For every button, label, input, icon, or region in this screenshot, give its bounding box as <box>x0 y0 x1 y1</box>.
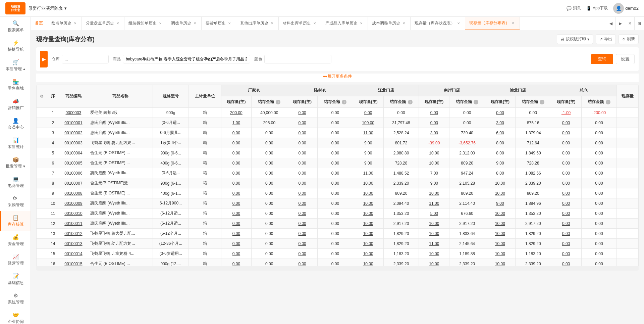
table-row: 8 00100007 合生元(BIOSTIME)派... 900g (6-1..… <box>37 178 639 188</box>
tab-prev-btn[interactable]: ◀ <box>606 17 616 30</box>
row-spec: (0-6月适... <box>153 168 189 178</box>
sidebar-item-retail-stats[interactable]: 📊 零售统计 <box>0 134 31 153</box>
system-icon: ⚙ <box>2 292 29 299</box>
info-icon[interactable]: i <box>342 100 346 104</box>
row-w2-qty: 0.00 <box>287 229 318 239</box>
sidebar-item-inventory[interactable]: 📋 库存核算 <box>0 211 31 231</box>
sidebar-item-marketing[interactable]: 📣 营销推广 <box>0 95 31 114</box>
tab-stock-dist[interactable]: 现存量（库存分布表） ✕ <box>465 17 520 30</box>
row-w3-qty: 10.00 <box>353 229 383 239</box>
tab-portion-check[interactable]: 分量盘点单历史 ✕ <box>82 17 124 30</box>
row-w3-qty: 0.00 <box>353 108 383 118</box>
tab-close-icon[interactable]: ✕ <box>511 21 516 26</box>
tab-close-icon[interactable]: ✕ <box>227 21 232 26</box>
sidebar-item-search[interactable]: 🔍 搜索英单 <box>0 17 31 36</box>
search-icon: 🔍 <box>2 20 29 27</box>
sidebar-item-mall[interactable]: 🏪 零售商城 <box>0 75 31 95</box>
row-w5-qty: 9.00 <box>485 158 516 168</box>
info-icon[interactable]: i <box>540 100 544 104</box>
tab-transfer[interactable]: 调拨单历史 ✕ <box>167 17 202 30</box>
tab-cost-adjust[interactable]: 成本调整单历史 ✕ <box>368 17 411 30</box>
row-code: 00100011 <box>59 219 88 229</box>
refresh-label: 刷新 <box>627 36 635 42</box>
tab-close-icon[interactable]: ✕ <box>115 21 120 26</box>
row-w3-val: 2,339.20 <box>383 178 419 188</box>
info-icon[interactable]: i <box>276 100 280 104</box>
sidebar-item-wholesale[interactable]: 📦 批发管理 ▼ <box>0 153 31 173</box>
sidebar-item-finance[interactable]: 💰 资金管理 <box>0 231 31 250</box>
row-code: 00100012 <box>59 229 88 239</box>
row-current <box>617 249 639 259</box>
tab-home[interactable]: 首页 <box>31 17 47 30</box>
row-spec: (0-6月适... <box>153 118 189 128</box>
tab-next-btn[interactable]: ▶ <box>616 17 625 30</box>
tab-expand-btn[interactable]: ⊞ <box>635 17 644 30</box>
sidebar-item-collab[interactable]: 🤝 企业协同 <box>0 309 31 324</box>
row-w5-val: 1,829.20 <box>515 239 551 249</box>
row-w4-qty: 10.00 <box>419 249 449 259</box>
app-download-btn[interactable]: 📱 App下载 <box>586 5 608 11</box>
sidebar-item-member[interactable]: 👤 会员中心 <box>0 114 31 134</box>
sidebar-item-retail[interactable]: 🛒 零售管理 ▲ <box>0 56 31 75</box>
tab-other-outstock[interactable]: 其他出库单历史 ✕ <box>236 17 279 30</box>
print-label: 按模版打印 <box>566 36 586 42</box>
tab-close-icon[interactable]: ✕ <box>270 21 274 26</box>
row-current <box>617 168 639 178</box>
tab-close-icon[interactable]: ✕ <box>158 21 163 26</box>
row-w5-val: 1,379.04 <box>515 128 551 138</box>
tab-close-icon[interactable]: ✕ <box>312 21 317 26</box>
col-settings-cell <box>37 259 47 266</box>
row-w3-qty: 10.00 <box>353 239 383 249</box>
print-btn[interactable]: 🖨 按模版打印 ▾ <box>557 34 593 44</box>
expand-conditions-btn[interactable]: ▾▾ 展开更多条件 <box>323 74 352 79</box>
export-btn[interactable]: ↗ 导出 <box>596 34 616 44</box>
col-w5-val: 结存金额 i <box>515 96 551 108</box>
tab-inventory-check[interactable]: 盘点单历史 ✕ <box>47 17 82 30</box>
row-no: 8 <box>47 178 59 188</box>
setting-btn[interactable]: 设置 <box>616 54 635 64</box>
sidebar-item-system[interactable]: ⚙ 系统管理 <box>0 289 31 309</box>
col-settings-cell <box>37 249 47 259</box>
table-scroll[interactable]: ⚙ 序 商品编码 商品名称 规格型号 主计量单位 厂家仓 陆村仓 江北门店 南岸… <box>36 85 639 266</box>
row-unit: 箱 <box>189 138 221 148</box>
row-code: 00100006 <box>59 168 88 178</box>
col-settings-cell <box>37 108 47 118</box>
sidebar-item-purchase[interactable]: 🛍 采购管理 <box>0 192 31 211</box>
tab-material-outstock[interactable]: 材料出库单历史 ✕ <box>279 17 321 30</box>
info-icon[interactable]: i <box>606 100 610 104</box>
search-toggle-btn[interactable]: ▶ <box>40 51 48 67</box>
refresh-btn[interactable]: ↻ 刷新 <box>619 34 639 44</box>
row-w4-qty: 11.00 <box>419 239 449 249</box>
tab-close-icon[interactable]: ✕ <box>73 21 77 26</box>
tab-close-icon[interactable]: ✕ <box>193 21 197 26</box>
tab-label: 要货单历史 <box>206 20 226 26</box>
tab-assembly[interactable]: 组装拆卸单历史 ✕ <box>124 17 167 30</box>
user-area[interactable]: 👤 demo2 <box>613 3 639 14</box>
query-btn[interactable]: 查询 <box>591 54 613 64</box>
tab-close-icon[interactable]: ✕ <box>359 21 364 26</box>
horizontal-scrollbar[interactable] <box>36 266 639 271</box>
product-input[interactable] <box>123 55 250 63</box>
row-name: 合生元 (BIOSTIME) ... <box>88 158 153 168</box>
sidebar-item-operation[interactable]: 📈 经营管理 <box>0 250 31 270</box>
warehouse-field: 仓库 <box>52 55 109 63</box>
tab-product-instock[interactable]: 产成品入库单历史 ✕ <box>321 17 368 30</box>
color-input[interactable] <box>264 55 331 63</box>
tab-close-all-btn[interactable]: ✕ <box>625 17 635 30</box>
sidebar-item-quicknav[interactable]: ⚡ 快捷导航 <box>0 36 31 56</box>
tab-order[interactable]: 要货单历史 ✕ <box>202 17 236 30</box>
message-btn[interactable]: 💬 消息 <box>567 5 581 11</box>
row-w2-val: 0.00 <box>318 108 353 118</box>
sidebar-item-basic[interactable]: 📝 基础信息 <box>0 270 31 289</box>
message-icon: 💬 <box>567 6 572 11</box>
info-icon[interactable]: i <box>474 100 478 104</box>
settings-gear-icon[interactable]: ⚙ <box>40 94 44 99</box>
sidebar-item-ecommerce[interactable]: 💻 电商管理 <box>0 173 31 192</box>
row-w1-qty: 0.00 <box>221 229 252 239</box>
tab-close-icon[interactable]: ✕ <box>456 21 461 26</box>
info-icon[interactable]: i <box>408 100 413 104</box>
warehouse-input[interactable] <box>62 55 109 63</box>
tab-stock-status[interactable]: 现存量（库存状况表） ✕ <box>411 17 465 30</box>
industry-selector[interactable]: 母婴行业演示陈套 ▾ <box>28 5 67 11</box>
tab-close-icon[interactable]: ✕ <box>401 21 406 26</box>
